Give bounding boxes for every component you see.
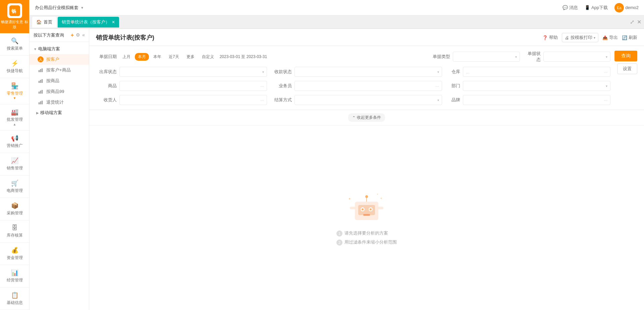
product-select[interactable]: ··· (119, 81, 267, 91)
date-tab-last-month[interactable]: 上月 (119, 53, 133, 61)
tree-child-customer-product[interactable]: 按客户+商品 (30, 65, 89, 75)
message-icon: 💬 (562, 5, 568, 10)
date-tab-this-year[interactable]: 本年 (150, 53, 164, 61)
right-panel: 销货单统计表(按客户) ❓ 帮助 🖨 按模板打印 ▾ 📤 导出 (89, 29, 644, 310)
tab-sales-stats[interactable]: 销货单统计表（按客户） ✕ (58, 17, 119, 28)
sidebar-item-sales[interactable]: 📈 销售管理 (0, 153, 29, 175)
template-print-label: 按模板打印 (571, 35, 592, 41)
refresh-btn[interactable]: 🔄 刷新 (622, 35, 637, 41)
export-btn[interactable]: 📤 导出 (602, 35, 618, 41)
product-label: 商品 (96, 83, 119, 89)
date-tab-7days[interactable]: 近7天 (166, 53, 182, 61)
date-tab-custom[interactable]: 自定义 (199, 53, 217, 61)
settings-button[interactable]: 设置 (617, 63, 637, 74)
page-actions: ❓ 帮助 🖨 按模板打印 ▾ 📤 导出 🔄 刷新 (542, 33, 637, 42)
sidebar-nav: 🔍 搜索菜单 ⚡ 快捷导航 🏪 零售管理 ▼ 🏭 批发管理 ▲ 📢 营销推广 📈… (0, 33, 29, 310)
add-scheme-btn[interactable]: + (71, 32, 74, 38)
payment-method-select[interactable]: ▾ (294, 95, 442, 105)
brand-select[interactable]: ··· (463, 95, 610, 105)
logo-area[interactable]: 畅 畅捷通好生意 标版 (0, 0, 29, 33)
tab-home[interactable]: 🏠 首页 (32, 17, 56, 28)
filter-main: 单据日期 上月 本月 本年 近7天 更多 自定义 20 (96, 51, 610, 105)
sidebar-item-retail[interactable]: 🏪 零售管理 ▼ (0, 78, 29, 104)
wholesale-icon: 🏭 (11, 108, 18, 116)
sidebar-item-wholesale-label: 批发管理 (7, 117, 23, 122)
empty-tip-2: 2 用过滤条件来缩小分析范围 (336, 239, 397, 246)
sidebar-item-wholesale[interactable]: 🏭 批发管理 ▲ (0, 104, 29, 131)
app-download-btn[interactable]: 📱 App下载 (585, 5, 608, 11)
svg-rect-12 (40, 101, 41, 104)
payment-status-select[interactable]: ▾ (294, 67, 442, 77)
sidebar-item-search[interactable]: 🔍 搜索菜单 (0, 33, 29, 56)
tree-arrow-desktop: ▼ (34, 47, 37, 51)
type-dropdown-icon: ▾ (515, 55, 517, 59)
svg-rect-4 (42, 68, 43, 72)
tree-arrow-mobile: ▶ (36, 111, 39, 115)
settings-icon[interactable]: ⚙ (76, 32, 80, 38)
maximize-icon[interactable]: ⤢ (630, 19, 634, 25)
tree-parent-mobile[interactable]: ▶ 移动端方案 (30, 108, 89, 118)
header-dropdown-icon[interactable]: ▾ (81, 5, 83, 10)
product-dots[interactable]: ··· (260, 84, 264, 89)
sidebar-item-inventory[interactable]: 🗄 库存核算 (0, 220, 29, 243)
tree-parent-desktop[interactable]: ▼ 电脑端方案 (30, 44, 89, 54)
status-select[interactable]: ▾ (543, 52, 610, 62)
empty-tip-1-text: 请先选择要分析的方案 (344, 230, 388, 236)
warehouse-select[interactable]: ... ··· (463, 67, 610, 77)
filter-wrapper: 单据日期 上月 本月 本年 近7天 更多 自定义 20 (96, 51, 637, 105)
payment-status-label: 收款状态 (271, 69, 294, 75)
out-status-select[interactable]: ▾ (119, 67, 267, 77)
collapse-btn[interactable]: ⌃ 收起更多条件 (348, 113, 385, 122)
receiver-dots[interactable]: ··· (260, 98, 264, 103)
warehouse-dots[interactable]: ··· (604, 69, 607, 74)
payment-status-dropdown-icon: ▾ (437, 70, 439, 74)
date-tab-more[interactable]: 更多 (183, 53, 198, 61)
svg-point-22 (365, 195, 368, 198)
dept-select[interactable]: ▾ (463, 81, 610, 91)
tree-child-by-product-label: 按商品 (46, 78, 59, 84)
chevron-up-icon: ▲ (13, 122, 16, 126)
user-menu[interactable]: Ea demo2 (614, 3, 639, 12)
receiver-select[interactable]: ··· (119, 95, 267, 105)
salesperson-dots[interactable]: ··· (435, 84, 439, 89)
filter-row-2: 出库状态 ▾ 收款状态 ▾ 仓库 (96, 67, 610, 77)
sidebar-item-finance[interactable]: 💰 资金管理 (0, 243, 29, 265)
tree-child-return-stats[interactable]: 退货统计 (30, 97, 89, 108)
collapse-icon: ⌃ (352, 115, 356, 120)
template-print-btn[interactable]: 🖨 按模板打印 ▾ (562, 33, 598, 42)
sidebar-item-ecommerce[interactable]: 🛒 电商管理 (0, 175, 29, 198)
type-select[interactable]: ▾ (453, 52, 520, 62)
logo-icon: 畅 (7, 3, 22, 18)
tree-child-by-product99[interactable]: 按商品99 (30, 86, 89, 97)
tree-child-by-product[interactable]: 按商品 (30, 75, 89, 86)
sidebar-item-basic[interactable]: 📋 基础信息 (0, 288, 29, 310)
salesperson-select[interactable]: ··· (294, 81, 442, 91)
user-name: demo2 (625, 5, 639, 10)
chart-icon-1 (38, 67, 44, 73)
collapse-panel-icon[interactable]: « (82, 32, 85, 38)
collapse-btn-label: 收起更多条件 (357, 115, 381, 120)
close-window-icon[interactable]: ✕ (637, 19, 641, 25)
sidebar-item-marketing[interactable]: 📢 营销推广 (0, 131, 29, 153)
sidebar-item-operation[interactable]: 📊 经营管理 (0, 265, 29, 288)
sidebar-item-quicknav[interactable]: ⚡ 快捷导航 (0, 56, 29, 78)
tree-child-by-customer[interactable]: 人 按客户 (30, 54, 89, 65)
chevron-down-icon: ▼ (13, 96, 16, 100)
status-label: 单据状态 (520, 51, 543, 63)
date-tab-this-month[interactable]: 本月 (135, 53, 149, 61)
export-label: 导出 (609, 35, 618, 41)
svg-rect-13 (42, 101, 43, 104)
help-btn[interactable]: ❓ 帮助 (542, 35, 558, 41)
inventory-icon: 🗄 (12, 224, 18, 231)
tab-close-icon[interactable]: ✕ (112, 20, 115, 24)
tip-num-1: 1 (336, 230, 342, 237)
brand-dots[interactable]: ··· (604, 98, 607, 103)
query-button[interactable]: 查询 (614, 51, 637, 61)
sidebar-item-purchase[interactable]: 📦 采购管理 (0, 198, 29, 220)
date-filter-control: 上月 本月 本年 近7天 更多 自定义 2023-03-01 至 2023-03… (119, 53, 429, 61)
svg-rect-3 (40, 69, 41, 72)
empty-tip-1: 1 请先选择要分析的方案 (336, 230, 397, 237)
tree-parent-mobile-label: 移动端方案 (40, 110, 62, 116)
message-btn[interactable]: 💬 消息 (562, 5, 578, 11)
filter-row-4: 收货人 ··· 结算方式 ▾ 品牌 (96, 95, 610, 105)
